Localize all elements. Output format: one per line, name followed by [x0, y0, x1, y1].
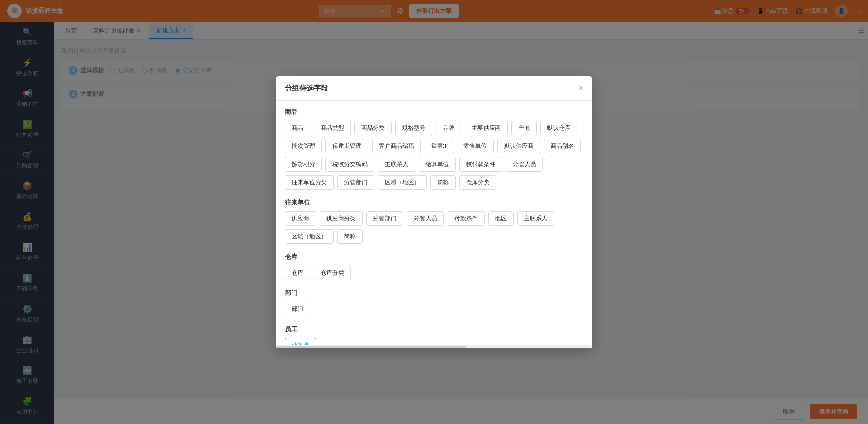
dept-field-tags: 部门: [285, 302, 583, 316]
dialog-scrollbar-thumb: [276, 346, 466, 348]
field-tag-goods-alias[interactable]: 商品别名: [544, 139, 581, 153]
field-tag-area[interactable]: 地区: [488, 211, 514, 226]
employee-field-tags: 业务员: [285, 338, 583, 345]
field-tag-supplier[interactable]: 供应商: [285, 211, 316, 226]
field-tag-batch-mgmt[interactable]: 批次管理: [285, 139, 322, 153]
field-tag-default-supplier[interactable]: 默认供应商: [497, 139, 540, 153]
field-tag-warehouse-category[interactable]: 仓库分类: [459, 175, 496, 190]
field-tag-salesperson[interactable]: 业务员: [285, 338, 316, 345]
field-tag-quality-mgmt[interactable]: 保质期管理: [326, 139, 368, 153]
section-employee: 员工 业务员: [285, 325, 583, 345]
field-tag-dept-person[interactable]: 分管人员: [407, 211, 444, 226]
goods-field-tags: 商品 商品类型 商品分类 规格型号 品牌 主要供应商 产地 默认仓库 批次管理 …: [285, 121, 583, 190]
field-tag-manager[interactable]: 分管人员: [506, 157, 543, 172]
field-tag-main-contact[interactable]: 主联系人: [378, 157, 415, 172]
section-goods-title: 商品: [285, 108, 583, 116]
field-select-dialog: 分组待选字段 × 商品 商品 商品类型 商品分类 规格型号 品牌 主要供应商 产…: [276, 76, 592, 348]
field-tag-settle-unit[interactable]: 结算单位: [419, 157, 456, 172]
field-tag-warehouse-cat[interactable]: 仓库分类: [314, 266, 351, 280]
field-tag-goods[interactable]: 商品: [285, 121, 310, 135]
dialog-close-button[interactable]: ×: [578, 84, 583, 93]
field-tag-warehouse[interactable]: 仓库: [285, 266, 310, 280]
field-tag-payment-cond[interactable]: 付款条件: [448, 211, 485, 226]
field-tag-spec-type[interactable]: 规格型号: [395, 121, 432, 135]
field-tag-dept[interactable]: 分管部门: [366, 211, 403, 226]
section-dept-title: 部门: [285, 289, 583, 297]
field-tag-abbr2[interactable]: 简称: [337, 229, 363, 244]
dialog-title: 分组待选字段: [285, 84, 328, 93]
field-tag-interunit-category[interactable]: 往来单位分类: [285, 175, 334, 190]
dialog-body: 商品 商品 商品类型 商品分类 规格型号 品牌 主要供应商 产地 默认仓库 批次…: [276, 101, 592, 345]
section-partner-title: 往来单位: [285, 199, 583, 207]
field-tag-goods-category[interactable]: 商品分类: [354, 121, 392, 135]
section-warehouse: 仓库 仓库 仓库分类: [285, 253, 583, 280]
field-tag-pick-points[interactable]: 拣货积分: [285, 157, 322, 172]
field-tag-region2[interactable]: 区域（地区）: [285, 229, 334, 244]
field-tag-dept-field[interactable]: 部门: [285, 302, 310, 316]
field-tag-goods-type[interactable]: 商品类型: [314, 121, 351, 135]
field-tag-default-warehouse[interactable]: 默认仓库: [540, 121, 577, 135]
dialog-overlay: 分组待选字段 × 商品 商品 商品类型 商品分类 规格型号 品牌 主要供应商 产…: [0, 0, 868, 424]
field-tag-tax-code[interactable]: 税收分类编码: [326, 157, 374, 172]
field-tag-brand[interactable]: 品牌: [436, 121, 461, 135]
section-goods: 商品 商品 商品类型 商品分类 规格型号 品牌 主要供应商 产地 默认仓库 批次…: [285, 108, 583, 190]
partner-field-tags: 供应商 供应商分类 分管部门 分管人员 付款条件 地区 主联系人 区域（地区） …: [285, 211, 583, 244]
section-partner: 往来单位 供应商 供应商分类 分管部门 分管人员 付款条件 地区 主联系人 区域…: [285, 199, 583, 244]
field-tag-main-supplier[interactable]: 主要供应商: [465, 121, 508, 135]
warehouse-field-tags: 仓库 仓库分类: [285, 266, 583, 280]
dialog-horizontal-scrollbar[interactable]: [276, 345, 592, 348]
section-warehouse-title: 仓库: [285, 253, 583, 261]
field-tag-abbr[interactable]: 简称: [430, 175, 456, 190]
field-tag-customer-code[interactable]: 客户商品编码: [372, 139, 421, 153]
field-tag-origin[interactable]: 产地: [511, 121, 537, 135]
section-dept: 部门 部门: [285, 289, 583, 316]
field-tag-supplier-category[interactable]: 供应商分类: [320, 211, 363, 226]
field-tag-contact[interactable]: 主联系人: [517, 211, 554, 226]
field-tag-region[interactable]: 区域（地区）: [378, 175, 427, 190]
section-employee-title: 员工: [285, 325, 583, 333]
field-tag-payment-terms[interactable]: 收付款条件: [459, 157, 502, 172]
field-tag-weight3[interactable]: 重量3: [425, 139, 453, 153]
field-tag-retail-unit[interactable]: 零售单位: [457, 139, 494, 153]
dialog-header: 分组待选字段 ×: [276, 76, 592, 101]
field-tag-mgmt-dept[interactable]: 分管部门: [337, 175, 374, 190]
